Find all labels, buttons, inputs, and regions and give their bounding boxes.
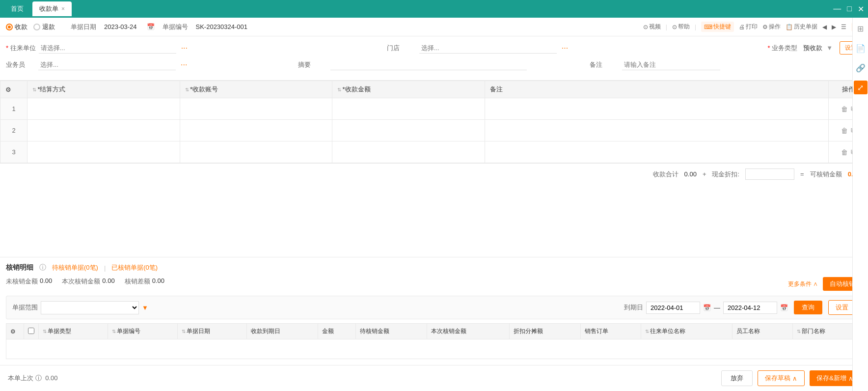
col-header-remarks: 备注	[485, 81, 829, 98]
verification-info-icon[interactable]: ⓘ	[39, 263, 46, 272]
abandon-button[interactable]: 放弃	[721, 370, 753, 386]
counterpart-more-icon[interactable]: ···	[181, 44, 188, 53]
cell-remarks[interactable]	[485, 120, 829, 141]
sidebar-table-icon[interactable]: ⊞	[854, 22, 868, 35]
amount-input[interactable]	[332, 120, 485, 141]
radio-receipt-label: 收款	[15, 23, 27, 31]
equals-sign: =	[800, 170, 804, 178]
remarks-input[interactable]	[622, 59, 720, 70]
shop-more-icon[interactable]: ···	[562, 44, 568, 53]
radio-receipt[interactable]: 收款	[6, 23, 27, 31]
close-icon[interactable]: ✕	[858, 4, 864, 14]
tab-current[interactable]: 收款单 ×	[32, 1, 72, 16]
summary-input[interactable]	[330, 59, 527, 70]
date-value: 2023-03-24	[104, 23, 137, 30]
page-info-icon[interactable]: ⓘ	[35, 374, 42, 382]
business-type-dropdown-icon[interactable]: ▼	[826, 44, 833, 52]
save-draft-button[interactable]: 保存草稿 ∧	[758, 370, 805, 386]
cell-remarks[interactable]	[485, 98, 829, 120]
prev-icon[interactable]: ◀	[822, 24, 827, 30]
row-delete-icon[interactable]: 🗑	[841, 127, 848, 135]
shop-label: 门店	[387, 44, 416, 53]
counterpart-field: 往来单位 ···	[6, 43, 367, 54]
tab-home[interactable]: 首页	[4, 1, 30, 16]
account-input[interactable]	[180, 120, 332, 141]
toolbar: 收款 退款 单据日期 2023-03-24 📅 单据编号 SK-20230324…	[0, 18, 868, 36]
account-input[interactable]	[180, 98, 332, 119]
done-tab[interactable]: 已核销单据(0笔)	[111, 263, 158, 272]
shop-input[interactable]	[419, 43, 557, 54]
page-bottom-info: 本单上次 ⓘ 0.00	[8, 374, 58, 383]
shortcut-btn[interactable]: ⌨ 快捷键	[701, 22, 734, 32]
row-remarks-input[interactable]	[485, 98, 828, 119]
amount-input[interactable]	[332, 141, 485, 163]
range-select[interactable]	[41, 301, 139, 314]
next-icon[interactable]: ▶	[832, 24, 836, 30]
cell-account[interactable]	[180, 98, 332, 120]
table-gear-header[interactable]: ⚙	[0, 81, 27, 98]
video-btn[interactable]: ⊙ 视频	[643, 23, 661, 31]
select-all-checkbox[interactable]	[28, 328, 34, 334]
due-date-start-input[interactable]	[646, 302, 700, 314]
staff-more-icon[interactable]: ···	[181, 60, 187, 69]
amount-input[interactable]	[332, 98, 485, 119]
verification-section: 核销明细 ⓘ 待核销单据(0笔) | 已核销单据(0笔) 未核销金额 0.00 …	[0, 257, 868, 365]
current-stat: 本次核销金额 0.00	[62, 277, 114, 291]
bt-col-staff: 员工名称	[732, 324, 792, 339]
verification-settings-button[interactable]: 设置	[828, 300, 856, 315]
query-button[interactable]: 查询	[794, 301, 822, 314]
settlement-input[interactable]	[27, 98, 180, 119]
radio-refund[interactable]: 退款	[33, 23, 55, 31]
due-date-end-input[interactable]	[723, 302, 777, 314]
stats-row: 未核销金额 0.00 本次核销金额 0.00 核销差额 0.00 更多条件 ∧ …	[6, 277, 862, 291]
cell-settlement[interactable]	[27, 141, 180, 163]
number-label: 单据编号	[163, 23, 188, 31]
print-btn[interactable]: 🖨 打印	[739, 23, 758, 31]
cell-settlement[interactable]	[27, 120, 180, 141]
business-type-label: 业务类型	[767, 44, 797, 53]
cell-account[interactable]	[180, 120, 332, 141]
staff-input[interactable]	[38, 59, 176, 70]
operation-btn[interactable]: ⚙ 操作	[762, 23, 781, 31]
cell-amount[interactable]	[332, 141, 485, 163]
row-delete-icon[interactable]: 🗑	[841, 105, 848, 113]
bt-gear-header[interactable]: ⚙	[6, 324, 24, 339]
row-delete-icon[interactable]: 🗑	[841, 148, 848, 156]
bottom-table-wrapper: ⚙ ⇅单据类型 ⇅单据编号 ⇅单据日期 收款到期日 金额 待核销金额 本次核销金…	[6, 323, 862, 359]
counterpart-input[interactable]	[39, 43, 176, 54]
date-calendar-icon[interactable]: 📅	[147, 23, 155, 30]
account-input[interactable]	[180, 141, 332, 163]
due-date-start-calendar-icon[interactable]: 📅	[703, 304, 711, 311]
shop-field: 门店 ···	[387, 43, 748, 54]
meta-info: 单据日期 2023-03-24 📅 单据编号 SK-20230324-001	[71, 23, 247, 31]
cell-account[interactable]	[180, 141, 332, 163]
cell-amount[interactable]	[332, 120, 485, 141]
tab-close-icon[interactable]: ×	[61, 5, 65, 12]
business-type-field: 业务类型 预收款 ▼ 设置	[767, 41, 862, 55]
settlement-input[interactable]	[27, 141, 180, 163]
row-remarks-input[interactable]	[485, 120, 828, 141]
cell-remarks[interactable]	[485, 141, 829, 163]
menu-icon[interactable]: ☰	[841, 24, 846, 30]
discount-input[interactable]	[745, 168, 794, 180]
bt-checkbox-header[interactable]	[24, 324, 39, 339]
page-info-value: 0.00	[45, 374, 57, 382]
cell-settlement[interactable]	[27, 98, 180, 120]
sidebar-link-icon[interactable]: 🔗	[854, 61, 868, 75]
maximize-icon[interactable]: □	[847, 4, 852, 14]
more-conditions-link[interactable]: 更多条件 ∧	[788, 280, 818, 288]
filter-controls: 更多条件 ∧ 自动核销	[788, 277, 862, 291]
row-number: 2	[0, 120, 27, 141]
due-date-end-calendar-icon[interactable]: 📅	[780, 304, 788, 311]
form-row-1: 往来单位 ··· 门店 ··· 业务类型 预收款 ▼ 设置	[6, 41, 862, 55]
sidebar-expand-icon[interactable]: ⤢	[854, 81, 868, 94]
help-btn[interactable]: ⊙ 帮助	[672, 23, 690, 31]
history-btn[interactable]: 📋 历史单据	[786, 23, 817, 31]
settlement-input[interactable]	[27, 120, 180, 141]
minimize-icon[interactable]: —	[833, 4, 841, 14]
pending-tab[interactable]: 待核销单据(0笔)	[52, 263, 98, 272]
row-remarks-input[interactable]	[485, 141, 828, 163]
sidebar-doc-icon[interactable]: 📄	[854, 41, 868, 55]
radio-refund-label: 退款	[42, 23, 55, 31]
cell-amount[interactable]	[332, 98, 485, 120]
